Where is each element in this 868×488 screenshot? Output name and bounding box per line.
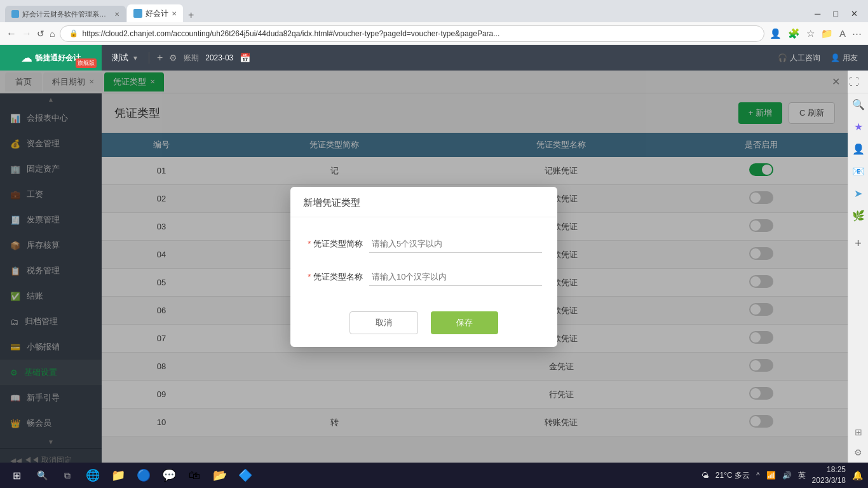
reload-button[interactable]: ↺ xyxy=(37,29,44,39)
explorer-taskbar-icon[interactable]: 📁 xyxy=(107,464,130,487)
logo-badge: 旗舰版 xyxy=(76,58,97,68)
tab-inactive-1[interactable]: 好会计云财务软件管理系统_会计 ✕ xyxy=(5,6,126,22)
new-tab-button[interactable]: + xyxy=(184,10,198,21)
minimize-button[interactable]: ─ xyxy=(810,8,825,20)
search-right-icon[interactable]: 🔍 xyxy=(852,98,865,111)
folder-taskbar-icon[interactable]: 📂 xyxy=(208,464,231,487)
settings-icon[interactable]: ⚙ xyxy=(169,53,177,63)
back-button[interactable]: ← xyxy=(6,28,17,39)
more-icon[interactable]: ⋯ xyxy=(852,28,862,39)
edge2-taskbar-icon[interactable]: 🔷 xyxy=(234,464,257,487)
star-right-icon[interactable]: ★ xyxy=(854,121,863,133)
tab-label-2: 好会计 xyxy=(146,8,168,19)
form-row-full-name: * 凭证类型名称 xyxy=(306,268,542,286)
clock-date: 2023/3/18 xyxy=(812,475,846,486)
maximize-button[interactable]: □ xyxy=(828,8,843,20)
clock-time: 18:25 xyxy=(812,464,846,475)
address-field[interactable]: 🔒 https://cloud2.chanjet.com/accounting/… xyxy=(60,25,764,42)
arrow-right-icon[interactable]: ➤ xyxy=(854,187,862,200)
required-star-2: * xyxy=(308,272,311,281)
required-star-1: * xyxy=(308,239,311,248)
cancel-button[interactable]: 取消 xyxy=(349,311,418,334)
tab-favicon-2 xyxy=(133,9,142,18)
modal: 新增凭证类型 * 凭证类型简称 * 凭证类型名称 取消 xyxy=(290,187,557,347)
help-button[interactable]: 🎧 人工咨询 xyxy=(778,53,820,64)
header-right: 🎧 人工咨询 👤 用友 xyxy=(778,53,868,64)
extensions-icon[interactable]: 🧩 xyxy=(788,28,800,39)
taskview-button[interactable]: ⧉ xyxy=(56,464,79,487)
full-name-input[interactable] xyxy=(369,268,542,286)
workspace-selector[interactable]: 测试 ▼ xyxy=(102,52,149,64)
short-name-input[interactable] xyxy=(369,235,542,253)
logo-text: 畅捷通好会计 xyxy=(35,53,81,64)
expand-icon[interactable]: ^ xyxy=(756,471,760,480)
store-taskbar-icon[interactable]: 🛍 xyxy=(183,464,206,487)
short-name-label: * 凭证类型简称 xyxy=(306,238,363,250)
modal-footer: 取消 保存 xyxy=(290,301,557,347)
tab-favicon-1 xyxy=(11,10,19,18)
headset-icon: 🎧 xyxy=(778,53,787,62)
weather-temp: 21°C 多云 xyxy=(715,470,750,481)
modal-title: 新增凭证类型 xyxy=(303,197,360,209)
window-controls: ─ □ ✕ xyxy=(810,8,863,22)
add-company-button[interactable]: + xyxy=(157,52,163,64)
modal-overlay: 新增凭证类型 * 凭证类型简称 * 凭证类型名称 取消 xyxy=(0,71,848,463)
settings-right-icon[interactable]: ⚙ xyxy=(854,447,862,458)
read-aloud-icon[interactable]: A xyxy=(839,28,846,39)
wechat-taskbar-icon[interactable]: 💬 xyxy=(158,464,180,487)
outlook-right-icon[interactable]: 📧 xyxy=(852,165,865,177)
start-button[interactable]: ⊞ xyxy=(5,464,28,487)
notification-icon[interactable]: 🔔 xyxy=(852,470,863,480)
url-text: https://cloud2.chanjet.com/accounting/uh… xyxy=(82,29,499,38)
forward-button[interactable]: → xyxy=(22,28,32,39)
right-panel: 🔍 ★ 👤 📧 ➤ 🌿 + ⊞ ⚙ xyxy=(848,93,868,463)
tab-close-1[interactable]: ✕ xyxy=(114,11,119,18)
chrome-taskbar-icon[interactable]: 🔵 xyxy=(132,464,155,487)
workspace-dropdown-icon: ▼ xyxy=(132,55,139,62)
user-icon: 👤 xyxy=(831,53,840,62)
taskbar: ⊞ 🔍 ⧉ 🌐 📁 🔵 💬 🛍 📂 🔷 🌤 21°C 多云 ^ 📶 🔊 英 18… xyxy=(0,463,868,488)
period-value: 2023-03 xyxy=(205,53,233,62)
user-profile-icon[interactable]: 👤 xyxy=(770,28,782,39)
user-label: 用友 xyxy=(843,53,858,64)
weather-icon: 🌤 xyxy=(702,471,709,480)
save-button[interactable]: 保存 xyxy=(431,311,498,334)
network-icon: 📶 xyxy=(766,471,776,480)
clock-display: 18:25 2023/3/18 xyxy=(812,464,846,486)
header-toolbar: + ⚙ 账期 2023-03 📅 xyxy=(149,52,258,64)
browser-chrome: 好会计云财务软件管理系统_会计 ✕ 好会计 ✕ + ─ □ ✕ xyxy=(0,0,868,22)
tab-close-2[interactable]: ✕ xyxy=(172,10,177,17)
browser-tabs: 好会计云财务软件管理系统_会计 ✕ 好会计 ✕ + xyxy=(5,0,810,22)
search-taskbar-button[interactable]: 🔍 xyxy=(31,464,53,487)
logo-area: ☁ 畅捷通好会计 旗舰版 xyxy=(0,45,102,71)
workspace-name: 测试 xyxy=(112,52,128,64)
favorites-icon[interactable]: ☆ xyxy=(806,28,815,39)
edge-taskbar-icon[interactable]: 🌐 xyxy=(81,464,104,487)
user-right-icon[interactable]: 👤 xyxy=(852,143,865,155)
lock-icon: 🔒 xyxy=(69,29,78,37)
modal-header: 新增凭证类型 xyxy=(290,187,557,217)
taskbar-left: ⊞ 🔍 ⧉ 🌐 📁 🔵 💬 🛍 📂 🔷 xyxy=(5,464,257,487)
app-header: ☁ 畅捷通好会计 旗舰版 测试 ▼ + ⚙ 账期 2023-03 📅 🎧 人工咨… xyxy=(0,45,868,71)
period-label: 账期 xyxy=(184,53,199,64)
close-button[interactable]: ✕ xyxy=(846,8,863,20)
address-bar: ← → ↺ ⌂ 🔒 https://cloud2.chanjet.com/acc… xyxy=(0,22,868,45)
grid-right-icon[interactable]: ⊞ xyxy=(855,427,862,437)
form-row-short-name: * 凭证类型简称 xyxy=(306,235,542,253)
modal-body: * 凭证类型简称 * 凭证类型名称 xyxy=(290,217,557,301)
calendar-icon[interactable]: 📅 xyxy=(240,53,250,63)
user-button[interactable]: 👤 用友 xyxy=(831,53,858,64)
volume-icon: 🔊 xyxy=(782,471,792,480)
language-indicator: 英 xyxy=(798,470,806,481)
collections-icon[interactable]: 📁 xyxy=(821,28,833,39)
logo-icon: ☁ xyxy=(21,51,32,65)
full-name-label: * 凭证类型名称 xyxy=(306,271,363,283)
leaf-right-icon[interactable]: 🌿 xyxy=(852,210,865,222)
home-button[interactable]: ⌂ xyxy=(50,29,55,39)
tab-fullscreen-icon[interactable]: ⛶ xyxy=(845,76,863,88)
tab-label-1: 好会计云财务软件管理系统_会计 xyxy=(22,10,111,19)
help-label: 人工咨询 xyxy=(790,53,820,64)
browser-toolbar: 👤 🧩 ☆ 📁 A ⋯ xyxy=(770,28,862,39)
tab-active-2[interactable]: 好会计 ✕ xyxy=(127,4,183,22)
plus-right-icon[interactable]: + xyxy=(855,237,862,250)
